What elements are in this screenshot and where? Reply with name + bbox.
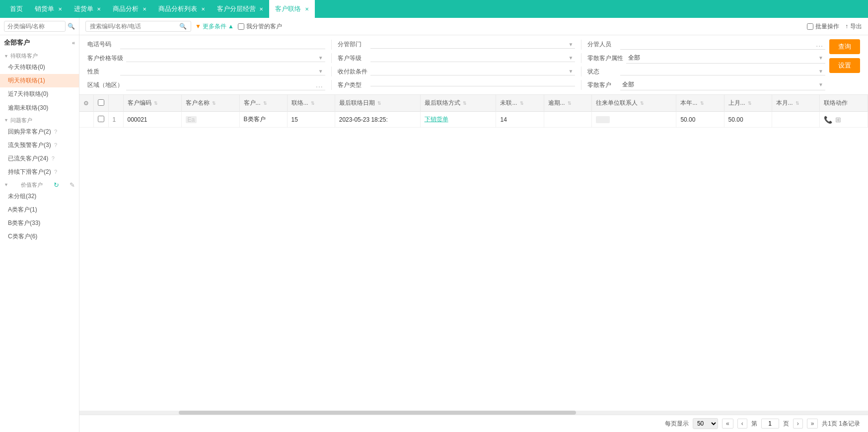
nav-customer-contact[interactable]: 客户联络 ✕ [269,0,315,18]
nature-select[interactable]: ▼ [120,68,325,75]
table-footer: 每页显示 50 100 200 « ‹ 第 页 › » 共1页 1条记录 [79,415,868,432]
action-grid-icon[interactable]: ⊞ [835,116,841,124]
sidebar-item-c-class[interactable]: C类客户(6) [0,230,79,243]
nav-customer-contact-close[interactable]: ✕ [305,6,309,12]
retail-attr-label: 零散客户属性 [587,54,623,63]
more-conditions-btn[interactable]: ▼ 更多条件 ▲ [195,22,234,31]
col-last-month[interactable]: 上月... ⇅ [724,95,772,112]
sidebar-item-abnormal[interactable]: 回购异常客户(2) ? [0,125,79,139]
sidebar-item-ungrouped[interactable]: 未分组(32) [0,190,79,203]
region-select[interactable]: ... [126,80,325,90]
person-label: 分管人员 [587,40,617,49]
sort-icon-name: ⇅ [212,101,216,106]
last-page-btn[interactable]: » [807,419,818,429]
sidebar-item-tomorrow[interactable]: 明天待联络(1) [0,74,79,87]
sidebar-search-icon[interactable]: 🔍 [68,23,75,30]
page-input[interactable] [761,419,779,429]
customer-type-select[interactable] [370,84,576,86]
sidebar-item-churn-warn[interactable]: 流失预警客户(3) ? [0,139,79,152]
filter-person: 分管人员 ... [587,39,825,50]
sidebar-item-7days[interactable]: 近7天待联络(0) [0,87,79,101]
help-icon-1[interactable]: ? [54,129,57,135]
next-page-btn[interactable]: › [793,419,803,429]
nav-product-analysis[interactable]: 商品分析 ✕ [107,0,152,18]
retail-customer-arrow-icon: ▼ [818,82,823,87]
col-overdue[interactable]: 逾期... ⇅ [544,95,591,112]
customer-level-select[interactable]: ▼ [370,54,576,62]
payment-select[interactable]: ▼ [370,68,576,75]
divider-7 [331,80,332,90]
status-select[interactable]: ▼ [620,68,825,75]
retail-attr-arrow-icon: ▼ [818,55,823,61]
retail-customer-select[interactable]: 全部 ▼ [620,79,825,90]
my-customers-toggle[interactable]: 我分管的客户 [238,22,282,31]
settings-button[interactable]: 设置 [829,58,860,73]
col-contacts[interactable]: 联络... ⇅ [287,95,335,112]
my-customers-checkbox[interactable] [238,23,244,30]
page-size-select[interactable]: 50 100 200 [693,418,718,429]
dept-arrow-icon: ▼ [568,42,573,47]
query-button[interactable]: 查询 [829,39,860,54]
value-group-refresh[interactable]: ↻ [54,181,59,189]
help-icon-4[interactable]: ? [54,169,57,175]
nav-customer-tier-close[interactable]: ✕ [259,6,263,12]
col-level[interactable]: 客户... ⇅ [239,95,287,112]
horizontal-scrollbar[interactable] [79,411,868,415]
nav-product-analysis-close[interactable]: ✕ [143,6,146,12]
col-last-contact-date[interactable]: 最后联络日期 ⇅ [335,95,420,112]
price-level-select[interactable]: ▼ [126,54,325,62]
row-checkbox[interactable] [98,116,104,122]
sidebar-item-overdue[interactable]: 逾期未联络(30) [0,101,79,115]
divider-4 [581,53,581,63]
sidebar-item-today[interactable]: 今天待联络(0) [0,61,79,74]
col-name[interactable]: 客户名称 ⇅ [181,95,239,112]
col-settings[interactable]: ⚙ [79,95,93,112]
top-nav: 首页 销货单 ✕ 进货单 ✕ 商品分析 ✕ 商品分析列表 ✕ 客户分层经营 ✕ … [0,0,868,18]
nav-purchase-close[interactable]: ✕ [97,6,101,12]
scrollbar-thumb[interactable] [179,411,576,415]
nav-purchase[interactable]: 进货单 ✕ [68,0,107,18]
sidebar-item-a-class[interactable]: A类客户(1) [0,203,79,216]
first-page-btn[interactable]: « [722,419,733,429]
divider-1 [331,40,332,50]
person-select[interactable]: ... [620,39,825,50]
nav-sales-close[interactable]: ✕ [58,6,62,12]
collapse-icon[interactable]: « [72,40,75,46]
sidebar-item-b-class[interactable]: B类客户(33) [0,216,79,230]
search-input[interactable] [90,23,179,30]
nav-customer-tier[interactable]: 客户分层经营 ✕ [211,0,270,18]
select-all-checkbox[interactable] [98,99,104,106]
col-this-year[interactable]: 本年... ⇅ [676,95,724,112]
bulk-action-btn[interactable]: 批量操作 [807,22,839,31]
sort-icon-date: ⇅ [377,101,381,106]
nav-product-list-close[interactable]: ✕ [201,6,205,12]
col-unit-contact[interactable]: 往来单位联系人 ⇅ [591,95,676,112]
sidebar-item-declining[interactable]: 持续下滑客户(2) ? [0,165,79,179]
col-code[interactable]: 客户编码 ⇅ [123,95,181,112]
all-customers-header[interactable]: 全部客户 « [0,35,79,50]
retail-attr-select[interactable]: 全部 ▼ [626,53,825,64]
sidebar-search-input[interactable] [4,21,66,32]
dept-select[interactable]: ▼ [370,41,576,49]
col-last-contact-method[interactable]: 最后联络方式 ⇅ [420,95,496,112]
help-icon-3[interactable]: ? [52,155,55,161]
price-level-arrow-icon: ▼ [318,55,323,61]
export-btn[interactable]: ↑ 导出 [845,22,862,31]
help-icon-2[interactable]: ? [54,142,57,148]
bulk-action-checkbox[interactable] [807,23,813,30]
payment-label: 收付款条件 [338,68,367,76]
col-no-contact[interactable]: 未联... ⇅ [496,95,544,112]
prev-page-btn[interactable]: ‹ [737,419,747,429]
sort-icon-overdue: ⇅ [568,101,572,106]
filter-status: 状态 ▼ [587,68,825,76]
search-icon[interactable]: 🔍 [179,23,187,30]
nav-product-list[interactable]: 商品分析列表 ✕ [152,0,211,18]
phone-input[interactable] [120,40,325,49]
nav-sales[interactable]: 销货单 ✕ [29,0,68,18]
filter-payment: 收付款条件 ▼ [338,68,576,76]
sidebar-item-churned[interactable]: 已流失客户(24) ? [0,152,79,165]
action-phone-icon[interactable]: 📞 [824,116,832,124]
col-this-month[interactable]: 本月... ⇅ [772,95,819,112]
nav-home[interactable]: 首页 [4,0,29,18]
value-group-edit[interactable]: ✎ [70,181,75,189]
